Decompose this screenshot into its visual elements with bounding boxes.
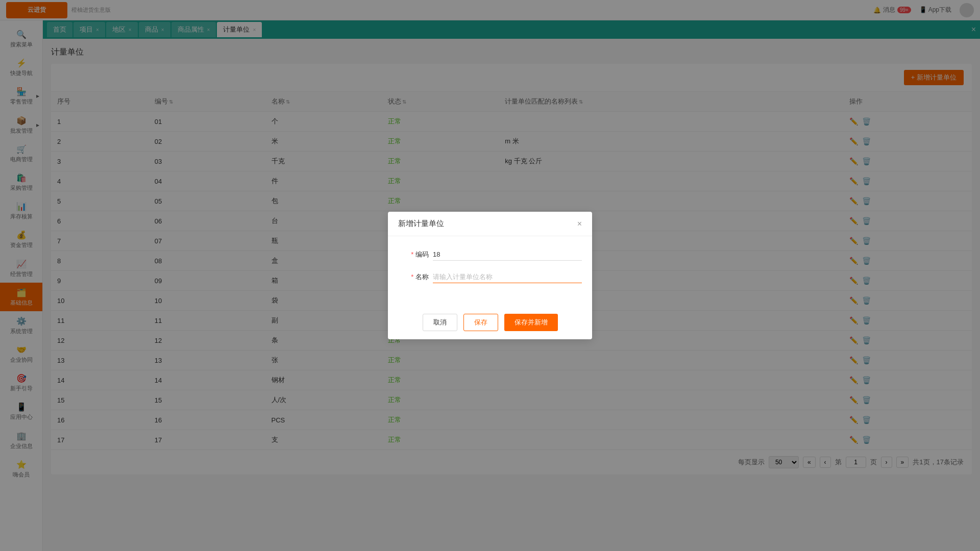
- modal-close-btn[interactable]: ×: [577, 219, 582, 229]
- modal-overlay: 新增计量单位 × 编码 名称 取消 保存 保存并新增: [0, 0, 980, 551]
- save-and-add-button[interactable]: 保存并新增: [504, 314, 558, 331]
- add-measure-unit-modal: 新增计量单位 × 编码 名称 取消 保存 保存并新增: [388, 212, 592, 339]
- code-input[interactable]: [433, 248, 582, 261]
- cancel-button[interactable]: 取消: [423, 314, 457, 331]
- name-field-label: 名称: [398, 272, 429, 282]
- name-input[interactable]: [433, 271, 582, 283]
- modal-header: 新增计量单位 ×: [388, 212, 592, 236]
- modal-body: 编码 名称: [388, 236, 592, 306]
- modal-title: 新增计量单位: [398, 219, 444, 229]
- code-field-label: 编码: [398, 250, 429, 259]
- save-button[interactable]: 保存: [463, 314, 498, 331]
- form-row-name: 名称: [398, 271, 582, 283]
- modal-footer: 取消 保存 保存并新增: [388, 306, 592, 339]
- form-row-code: 编码: [398, 248, 582, 261]
